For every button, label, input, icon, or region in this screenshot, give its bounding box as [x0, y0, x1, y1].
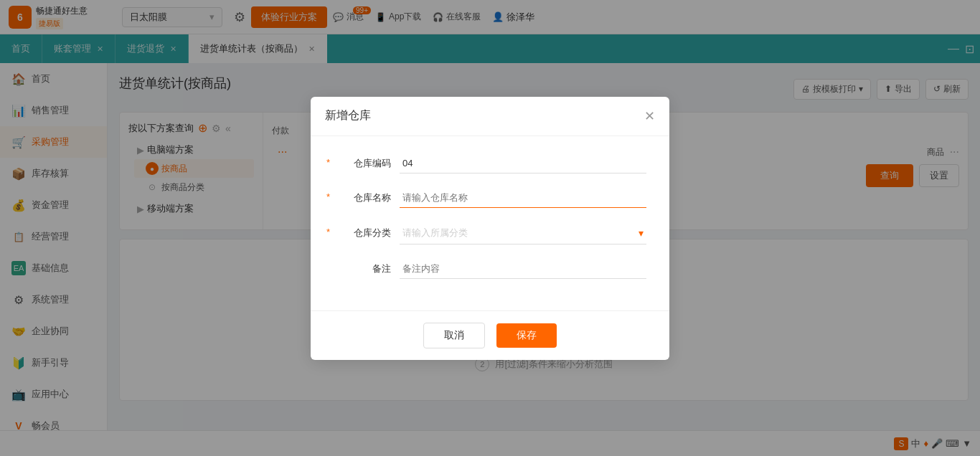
form-row-name: 仓库名称: [334, 188, 646, 208]
category-arrow-icon: ▾: [639, 227, 644, 239]
save-button[interactable]: 保存: [496, 323, 557, 348]
remark-input[interactable]: [400, 259, 646, 279]
name-label: 仓库名称: [334, 191, 391, 204]
name-input[interactable]: [400, 188, 646, 208]
modal-overlay[interactable]: 新增仓库 ✕ 仓库编码 仓库名称 仓库分类 请输入所属分类 ▾: [0, 0, 980, 456]
form-row-category: 仓库分类 请输入所属分类 ▾: [334, 222, 646, 244]
category-label: 仓库分类: [334, 227, 391, 239]
modal-new-warehouse: 新增仓库 ✕ 仓库编码 仓库名称 仓库分类 请输入所属分类 ▾: [311, 97, 669, 360]
category-select[interactable]: 请输入所属分类 ▾: [400, 222, 646, 244]
remark-label: 备注: [334, 262, 391, 275]
code-input[interactable]: [400, 153, 646, 174]
modal-header: 新增仓库 ✕: [311, 97, 669, 136]
form-row-code: 仓库编码: [334, 153, 646, 174]
code-label: 仓库编码: [334, 157, 391, 170]
category-placeholder: 请输入所属分类: [402, 227, 468, 239]
modal-body: 仓库编码 仓库名称 仓库分类 请输入所属分类 ▾ 备注: [311, 136, 669, 310]
modal-title: 新增仓库: [325, 108, 371, 123]
cancel-button[interactable]: 取消: [423, 323, 485, 348]
form-row-remark: 备注: [334, 259, 646, 279]
modal-footer: 取消 保存: [311, 310, 669, 360]
modal-close-button[interactable]: ✕: [644, 108, 655, 124]
